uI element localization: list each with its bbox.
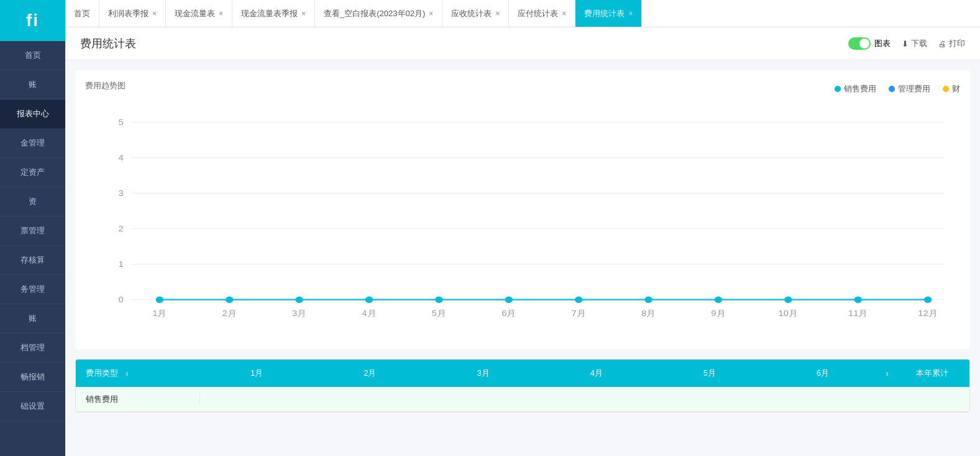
svg-text:3: 3 bbox=[119, 189, 124, 198]
tab-home[interactable]: 首页 bbox=[65, 0, 99, 27]
legend-dot-sales bbox=[835, 86, 841, 92]
svg-point-28 bbox=[435, 296, 442, 303]
prev-arrow[interactable]: ‹ bbox=[123, 368, 131, 378]
svg-text:7月: 7月 bbox=[572, 309, 586, 318]
svg-text:0: 0 bbox=[119, 295, 124, 304]
tab-close-receivable[interactable]: × bbox=[495, 9, 500, 18]
th-month-3: 3月 bbox=[426, 368, 539, 379]
svg-text:3月: 3月 bbox=[292, 309, 306, 318]
svg-text:11月: 11月 bbox=[848, 309, 868, 318]
svg-point-25 bbox=[226, 296, 233, 303]
main-area: 首页 利润表季报 × 现金流量表 × 现金流量表季报 × 查看_空白报表(202… bbox=[65, 0, 980, 456]
table-row: 销售费用 bbox=[76, 387, 969, 412]
td-type: 销售费用 bbox=[76, 394, 200, 405]
chart-toggle-label: 图表 bbox=[874, 38, 891, 49]
svg-point-35 bbox=[924, 296, 932, 303]
svg-text:4: 4 bbox=[119, 154, 124, 162]
svg-text:2月: 2月 bbox=[222, 309, 237, 318]
tab-close-cashflow-quarterly[interactable]: × bbox=[301, 9, 306, 18]
sidebar-item-invoice[interactable]: 票管理 bbox=[0, 216, 65, 246]
tab-profit-quarterly[interactable]: 利润表季报 × bbox=[99, 0, 166, 27]
tab-close-blank-report[interactable]: × bbox=[429, 9, 433, 18]
table-body: 销售费用 bbox=[76, 387, 969, 412]
svg-text:5月: 5月 bbox=[432, 309, 446, 318]
sidebar-item-home[interactable]: 首页 bbox=[0, 41, 65, 70]
svg-point-26 bbox=[295, 296, 303, 303]
chart-title: 费用趋势图 bbox=[85, 80, 126, 91]
page-title: 费用统计表 bbox=[80, 36, 136, 51]
legend-finance: 财 bbox=[943, 83, 960, 95]
sidebar: fi 首页 账 报表中心 金管理 定资产 资 票管理 存核算 务管理 账 档管理… bbox=[0, 0, 65, 456]
legend-label-sales: 销售费用 bbox=[844, 83, 876, 95]
svg-text:10月: 10月 bbox=[779, 309, 799, 318]
tab-bar: 首页 利润表季报 × 现金流量表 × 现金流量表季报 × 查看_空白报表(202… bbox=[65, 0, 980, 27]
svg-text:12月: 12月 bbox=[918, 309, 938, 318]
legend-label-finance: 财 bbox=[952, 83, 960, 95]
svg-text:5: 5 bbox=[119, 118, 124, 127]
tab-close-profit-quarterly[interactable]: × bbox=[152, 9, 157, 18]
tab-cashflow-quarterly[interactable]: 现金流量表季报 × bbox=[232, 0, 315, 27]
tab-close-payable[interactable]: × bbox=[562, 9, 566, 18]
tab-expense[interactable]: 费用统计表 × bbox=[575, 0, 642, 27]
page-header: 费用统计表 图表 ⬇ 下载 🖨 打印 bbox=[65, 27, 980, 60]
legend-admin: 管理费用 bbox=[889, 83, 930, 95]
svg-point-33 bbox=[784, 296, 792, 303]
content-area: 费用统计表 图表 ⬇ 下载 🖨 打印 费用趋势图 bbox=[65, 27, 980, 456]
sidebar-item-settings[interactable]: 础设置 bbox=[0, 392, 65, 421]
svg-point-27 bbox=[365, 296, 373, 303]
tab-close-expense[interactable]: × bbox=[628, 9, 633, 18]
svg-text:9月: 9月 bbox=[711, 309, 725, 318]
svg-text:1: 1 bbox=[119, 260, 124, 269]
sidebar-item-assets[interactable]: 定资产 bbox=[0, 158, 65, 187]
print-button[interactable]: 🖨 打印 bbox=[938, 38, 965, 49]
svg-point-34 bbox=[854, 296, 862, 303]
th-month-5: 5月 bbox=[653, 368, 766, 379]
sidebar-item-reports[interactable]: 报表中心 bbox=[0, 100, 65, 129]
svg-point-24 bbox=[156, 296, 163, 303]
legend-dot-admin bbox=[889, 86, 895, 92]
th-month-1: 1月 bbox=[200, 368, 313, 379]
expense-table: 费用类型 ‹ 1月 2月 3月 4月 5月 6月 › 本年累计 销售费用 bbox=[75, 359, 970, 412]
sidebar-item-reimbursement[interactable]: 畅报销 bbox=[0, 363, 65, 392]
svg-text:8月: 8月 bbox=[641, 309, 656, 318]
svg-text:4月: 4月 bbox=[362, 309, 376, 318]
tab-blank-report[interactable]: 查看_空白报表(2023年02月) × bbox=[315, 0, 442, 27]
chart-container: 5 4 3 2 1 0 1月 bbox=[85, 103, 960, 339]
svg-text:1月: 1月 bbox=[152, 309, 167, 318]
th-month-6: 6月 bbox=[766, 368, 879, 379]
sidebar-item-service[interactable]: 务管理 bbox=[0, 275, 65, 304]
tab-receivable[interactable]: 应收统计表 × bbox=[442, 0, 509, 27]
th-month-4: 4月 bbox=[540, 368, 653, 379]
line-chart-svg: 5 4 3 2 1 0 1月 bbox=[85, 103, 960, 339]
svg-point-30 bbox=[575, 296, 582, 303]
sidebar-item-account[interactable]: 账 bbox=[0, 70, 65, 100]
sidebar-item-capital[interactable]: 资 bbox=[0, 187, 65, 216]
tab-cashflow[interactable]: 现金流量表 × bbox=[166, 0, 232, 27]
tab-payable[interactable]: 应付统计表 × bbox=[509, 0, 575, 27]
th-total: 本年累计 bbox=[895, 368, 969, 379]
sidebar-item-inventory[interactable]: 存核算 bbox=[0, 246, 65, 275]
download-button[interactable]: ⬇ 下载 bbox=[902, 38, 927, 49]
chart-toggle[interactable] bbox=[848, 37, 871, 50]
table-header-row: 费用类型 ‹ 1月 2月 3月 4月 5月 6月 › 本年累计 bbox=[76, 360, 969, 387]
svg-point-32 bbox=[715, 296, 722, 303]
th-type: 费用类型 ‹ bbox=[76, 368, 200, 379]
legend-dot-finance bbox=[943, 86, 949, 92]
chart-toggle-wrap: 图表 bbox=[848, 37, 891, 50]
sidebar-logo: fi bbox=[0, 0, 65, 41]
svg-text:2: 2 bbox=[119, 225, 124, 233]
th-month-2: 2月 bbox=[313, 368, 426, 379]
sidebar-item-finance[interactable]: 金管理 bbox=[0, 129, 65, 158]
download-icon: ⬇ bbox=[902, 39, 909, 49]
svg-point-31 bbox=[644, 296, 652, 303]
sidebar-item-archive[interactable]: 档管理 bbox=[0, 333, 65, 363]
table-header: 费用类型 ‹ 1月 2月 3月 4月 5月 6月 › 本年累计 bbox=[76, 360, 969, 387]
sidebar-item-ledger[interactable]: 账 bbox=[0, 304, 65, 333]
svg-point-29 bbox=[505, 296, 513, 303]
tab-close-cashflow[interactable]: × bbox=[219, 9, 223, 18]
print-icon: 🖨 bbox=[938, 39, 946, 49]
svg-text:6月: 6月 bbox=[501, 309, 516, 318]
next-arrow[interactable]: › bbox=[879, 368, 895, 378]
legend-label-admin: 管理费用 bbox=[898, 83, 930, 95]
header-actions: 图表 ⬇ 下载 🖨 打印 bbox=[848, 37, 965, 50]
